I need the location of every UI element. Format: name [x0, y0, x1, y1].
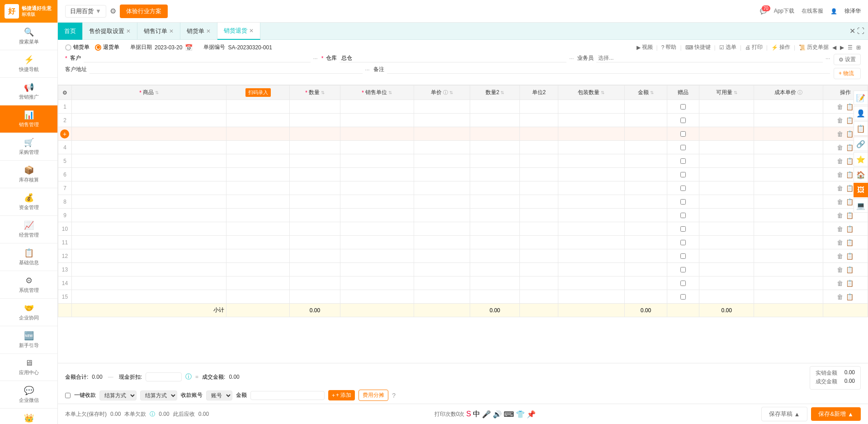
copy-row-button[interactable]: 📋 [846, 252, 854, 260]
info-icon[interactable]: ⓘ [443, 89, 448, 96]
delete-row-button[interactable]: 🗑 [837, 225, 843, 233]
select-btn[interactable]: ☑ 选单 [719, 43, 736, 51]
user-name[interactable]: 徐泽华 [844, 7, 861, 15]
sidebar-item-guide[interactable]: 🆕 新手引导 [0, 326, 57, 354]
tab-close-icon[interactable]: ✕ [169, 28, 174, 34]
delete-row-button[interactable]: 🗑 [837, 293, 843, 300]
th-gear[interactable]: ⚙ [58, 86, 72, 100]
close-tab-icon[interactable]: ✕ [849, 27, 855, 35]
delete-row-button[interactable]: 🗑 [837, 185, 843, 192]
gift-cell[interactable] [667, 100, 699, 114]
gift-checkbox[interactable] [680, 199, 686, 205]
available-cell[interactable] [699, 114, 754, 127]
department-selector[interactable]: 日用百货 ▼ [65, 5, 106, 18]
amount-cell[interactable] [624, 127, 667, 141]
sort-icon[interactable]: ⇅ [601, 90, 604, 95]
settings-button[interactable]: ⚙ 设置 [834, 54, 861, 65]
gift-checkbox[interactable] [680, 294, 686, 300]
logistics-button[interactable]: + 物流 [834, 68, 861, 79]
right-panel-btn-7[interactable]: 🖼 [854, 183, 868, 197]
quantity-cell[interactable] [290, 114, 340, 127]
shortcuts-btn[interactable]: ⌨ 快捷键 [685, 43, 711, 51]
tab-sale-invoice[interactable]: 销货单 ✕ [180, 23, 217, 40]
tab-sale-return[interactable]: 销货退货 ✕ [217, 23, 260, 40]
cost-unit-price-cell[interactable] [754, 114, 823, 127]
right-panel-btn-1[interactable]: 📝 [854, 91, 868, 105]
cost-unit-price-cell[interactable] [754, 127, 823, 141]
amount-cell[interactable] [624, 114, 667, 127]
unit2-cell[interactable] [519, 100, 558, 114]
gift-checkbox[interactable] [680, 226, 686, 232]
tab-close-icon[interactable]: ✕ [249, 28, 254, 34]
warehouse-picker-icon[interactable]: ··· [569, 55, 574, 62]
sort-icon[interactable]: ⇅ [500, 90, 504, 95]
delete-row-button[interactable]: 🗑 [837, 157, 843, 165]
amount-cell[interactable] [624, 100, 667, 114]
product-cell[interactable] [72, 114, 226, 127]
sidebar-item-wechat[interactable]: 💬 企业微信 [0, 381, 57, 409]
tool3-icon[interactable]: 🔊 [493, 410, 502, 419]
gift-checkbox[interactable] [680, 267, 686, 272]
online-service-link[interactable]: 在线客服 [802, 7, 823, 15]
right-panel-btn-6[interactable]: 🏠 [854, 167, 868, 182]
account-select[interactable]: 账号 [206, 391, 232, 400]
quantity2-cell[interactable] [470, 127, 519, 141]
unit2-cell[interactable] [519, 127, 558, 141]
experience-btn[interactable]: 体验行业方案 [120, 5, 168, 18]
payment-amount-input[interactable] [250, 391, 325, 400]
copy-row-button[interactable]: 📋 [846, 117, 854, 124]
quantity2-cell[interactable] [470, 114, 519, 127]
operations-btn[interactable]: ⚡ 操作 [771, 43, 790, 51]
sort-icon[interactable]: ⇅ [734, 90, 737, 95]
address-picker-icon[interactable]: ··· [365, 67, 370, 73]
sidebar-item-inventory[interactable]: 📦 库存核算 [0, 161, 57, 188]
scan-input-button[interactable]: 扫码录入 [245, 88, 271, 97]
gift-checkbox[interactable] [680, 131, 686, 137]
sort-icon[interactable]: ⇅ [650, 90, 654, 95]
right-panel-btn-3[interactable]: 📋 [854, 121, 868, 136]
sidebar-item-finance[interactable]: 💰 资金管理 [0, 188, 57, 216]
gift-cell[interactable] [667, 127, 699, 141]
sidebar-item-purchase[interactable]: 🛒 采购管理 [0, 133, 57, 161]
warehouse-input[interactable] [340, 54, 566, 62]
copy-row-button[interactable]: 📋 [846, 266, 854, 273]
radio-sale[interactable]: 销货单 [65, 43, 90, 51]
sort-icon[interactable]: ⇅ [449, 90, 453, 95]
notification-bell[interactable]: 💬 70 [760, 8, 767, 14]
tab-close-icon[interactable]: ✕ [126, 28, 131, 34]
remark-input[interactable] [387, 65, 830, 74]
info-icon[interactable]: ⓘ [797, 89, 802, 96]
tab-sale-setting[interactable]: 售价提取设置 ✕ [83, 23, 137, 40]
product-cell[interactable] [72, 100, 226, 114]
copy-row-button[interactable]: 📋 [846, 130, 854, 138]
pack-qty-cell[interactable] [558, 127, 624, 141]
sidebar-item-member[interactable]: 👑 畅会员 [0, 409, 57, 424]
sidebar-item-system[interactable]: ⚙ 系统管理 [0, 271, 57, 299]
copy-row-button[interactable]: 📋 [846, 103, 854, 110]
available-cell[interactable] [699, 127, 754, 141]
right-panel-btn-2[interactable]: 👤 [854, 106, 868, 120]
help-btn[interactable]: ? 帮助 [661, 43, 677, 51]
gift-checkbox[interactable] [680, 172, 686, 177]
delete-row-button[interactable]: 🗑 [837, 103, 843, 110]
tool4-icon[interactable]: ⌨ [504, 410, 514, 419]
unit-price-cell[interactable] [414, 114, 470, 127]
list-view-icon[interactable]: ☰ [848, 44, 853, 51]
radio-return[interactable]: 退货单 [95, 43, 119, 51]
calculation-method-select[interactable]: 结算方式 [140, 391, 177, 400]
cost-unit-price-cell[interactable] [754, 100, 823, 114]
gift-checkbox[interactable] [680, 240, 686, 245]
delete-row-button[interactable]: 🗑 [837, 280, 843, 287]
gift-checkbox[interactable] [680, 213, 686, 218]
pack-qty-cell[interactable] [558, 114, 624, 127]
grid-view-icon[interactable]: ⊞ [856, 44, 861, 51]
copy-row-button[interactable]: 📋 [846, 280, 854, 287]
copy-row-button[interactable]: 📋 [846, 185, 854, 192]
help-icon-button[interactable]: ? [392, 392, 396, 399]
dropdown-arrow-icon[interactable]: ▲ [848, 411, 854, 418]
delete-row-button[interactable]: 🗑 [837, 144, 843, 151]
app-download-link[interactable]: App下载 [774, 7, 794, 15]
topbar-settings-button[interactable]: ⚙ [110, 7, 116, 15]
right-panel-btn-4[interactable]: 🔗 [854, 137, 868, 151]
sale-unit-cell[interactable] [340, 114, 414, 127]
